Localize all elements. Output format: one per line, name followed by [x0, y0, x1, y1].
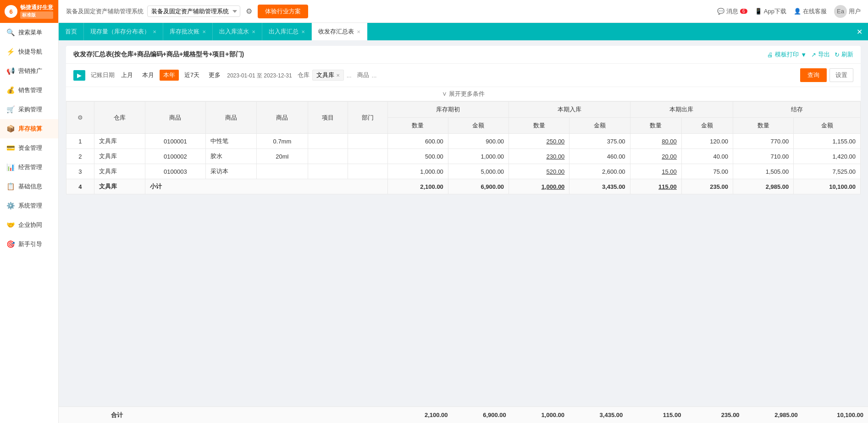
data-table: ⚙ 仓库 商品 商品 商品 项目 部门 库存期初 本期入库 本期出库 结存 数量: [66, 101, 861, 194]
refresh-button[interactable]: ↻ 刷新: [835, 50, 853, 59]
sidebar-logo[interactable]: 6 畅捷通好生意 标准版: [0, 0, 58, 23]
tab-close-4[interactable]: ✕: [301, 29, 305, 34]
export-button[interactable]: ↗ 导出: [811, 50, 830, 59]
date-options-group: 上月 本月 本年 近7天 更多: [117, 70, 224, 81]
th-dept: 部门: [348, 102, 387, 134]
topbar-select[interactable]: 装备及固定资产辅助管理系统: [147, 5, 240, 17]
query-button[interactable]: 查询: [800, 68, 827, 82]
online-service-item[interactable]: 👤 在线客服: [794, 7, 827, 16]
sidebar-item-newbie[interactable]: 🎯新手引导: [0, 235, 58, 254]
row-closing-amt-2: 7,525.00: [794, 164, 861, 179]
tab-close-1[interactable]: ✕: [153, 29, 156, 34]
goods-filter-group: 商品 ...: [357, 71, 377, 79]
total-in-amt: 3,435.00: [569, 408, 627, 423]
tab-item-3[interactable]: 出入库流水✕: [213, 23, 262, 40]
tab-label-2: 库存批次账: [170, 27, 199, 36]
sidebar-item-corp[interactable]: 🤝企业协同: [0, 215, 58, 235]
date-btn-this-year[interactable]: 本年: [160, 70, 179, 81]
sidebar-label-purchase: 采购管理: [18, 105, 42, 114]
row-name-1: 胶水: [206, 149, 257, 164]
message-item[interactable]: 💬 消息 6: [717, 7, 747, 16]
tab-item-5[interactable]: 收发存汇总表✕: [312, 23, 367, 40]
sidebar-item-inventory[interactable]: 📦库存核算: [0, 119, 58, 138]
row-in-qty-0[interactable]: 250.00: [509, 134, 569, 149]
subtotal-row: 4 文具库 小计 2,100.00 6,900.00 1,000.00 3,43…: [66, 179, 861, 194]
table-row: 3 文具库 0100003 采访本 1,000.00 5,000.00 520.…: [66, 164, 861, 179]
sidebar-item-quick[interactable]: ⚡快捷导航: [0, 42, 58, 61]
date-btn-last-month[interactable]: 上月: [117, 70, 137, 81]
export-icon: ↗: [811, 51, 816, 58]
total-table: 合计 2,100.00 6,900.00 1,000.00 3,435.00 1…: [59, 408, 868, 423]
row-dept-2: [348, 164, 387, 179]
tab-item-0[interactable]: 首页: [59, 23, 84, 40]
sidebar-label-marketing: 营销推广: [18, 67, 42, 75]
total-label: 合计: [88, 408, 146, 423]
sidebar-item-search[interactable]: 🔍搜索菜单: [0, 23, 58, 42]
date-btn-this-month[interactable]: 本月: [138, 70, 158, 81]
row-opening-amt-2: 5,000.00: [448, 164, 509, 179]
total-empty-6: [350, 408, 394, 423]
sidebar-item-finance[interactable]: 💳资金管理: [0, 138, 58, 158]
sidebar-item-sales[interactable]: 💰销售管理: [0, 81, 58, 100]
date-btn-more[interactable]: 更多: [205, 70, 224, 81]
sidebar-item-operation[interactable]: 📊经营管理: [0, 158, 58, 177]
row-opening-amt-0: 900.00: [448, 134, 509, 149]
tab-item-1[interactable]: 现存量（库存分布表）✕: [84, 23, 163, 40]
total-empty-4: [263, 408, 306, 423]
tab-close-2[interactable]: ✕: [202, 29, 206, 34]
phone-icon: 📱: [755, 8, 762, 15]
row-in-qty-2[interactable]: 520.00: [509, 164, 569, 179]
sidebar-label-finance: 资金管理: [18, 144, 42, 152]
sidebar-item-purchase[interactable]: 🛒采购管理: [0, 100, 58, 119]
sidebar-label-quick: 快捷导航: [18, 48, 42, 56]
settings-button[interactable]: 设置: [829, 68, 853, 82]
row-out-qty-0[interactable]: 80.00: [630, 134, 681, 149]
warehouse-tag-close[interactable]: ✕: [336, 73, 340, 78]
row-warehouse-2: 文具库: [94, 164, 145, 179]
row-name-0: 中性笔: [206, 134, 257, 149]
corp-icon: 🤝: [6, 221, 15, 229]
goods-ellipsis[interactable]: ...: [372, 72, 377, 79]
table-gear-header[interactable]: ⚙: [66, 102, 94, 134]
tab-item-2[interactable]: 库存批次账✕: [163, 23, 213, 40]
tab-label-4: 出入库汇总: [269, 27, 299, 36]
row-opening-qty-1: 500.00: [387, 149, 448, 164]
row-out-qty-1[interactable]: 20.00: [630, 149, 681, 164]
tabbar-close-all[interactable]: ✕: [851, 23, 868, 40]
tab-item-4[interactable]: 出入库汇总✕: [262, 23, 312, 40]
row-warehouse-1: 文具库: [94, 149, 145, 164]
warehouse-tag[interactable]: 文具库 ✕: [312, 70, 344, 81]
trial-button[interactable]: 体验行业方案: [258, 5, 308, 18]
date-btn-7days[interactable]: 近7天: [181, 70, 203, 81]
filter-expand-button[interactable]: ▶: [73, 70, 85, 81]
row-out-qty-2[interactable]: 15.00: [630, 164, 681, 179]
sidebar-item-system[interactable]: ⚙️系统管理: [0, 196, 58, 215]
sidebar-label-search: 搜索菜单: [18, 28, 42, 37]
sidebar-label-inventory: 库存核算: [18, 125, 42, 133]
row-project-0: [308, 134, 348, 149]
app-download-item[interactable]: 📱 App下载: [755, 7, 786, 16]
warehouse-ellipsis[interactable]: ...: [347, 72, 352, 79]
sidebar-label-operation: 经营管理: [18, 163, 42, 171]
row-closing-qty-0: 770.00: [733, 134, 794, 149]
page-header: 收发存汇总表(按仓库+商品编码+商品+规格型号+项目+部门) 🖨 模板打印 ▼ …: [66, 46, 861, 64]
tab-close-5[interactable]: ✕: [357, 29, 360, 34]
row-spec-2: [256, 164, 308, 179]
th-in-amt: 金额: [569, 118, 630, 134]
sidebar-item-basic[interactable]: 📋基础信息: [0, 177, 58, 196]
print-button[interactable]: 🖨 模板打印 ▼: [767, 50, 807, 59]
subtotal-label: 小计: [145, 179, 387, 194]
expand-more-row[interactable]: ∨ 展开更多条件: [66, 87, 861, 101]
message-icon: 💬: [717, 8, 724, 15]
row-code-1: 0100002: [145, 149, 205, 164]
gear-icon[interactable]: ⚙: [244, 5, 254, 17]
th-name: 商品: [206, 102, 257, 134]
user-item[interactable]: Ea 用户: [834, 5, 861, 18]
sidebar-item-marketing[interactable]: 📢营销推广: [0, 61, 58, 81]
row-in-qty-1[interactable]: 230.00: [509, 149, 569, 164]
th-opening-qty: 数量: [387, 118, 448, 134]
row-code-0: 0100001: [145, 134, 205, 149]
row-out-amt-0: 120.00: [681, 134, 733, 149]
tab-label-5: 收发存汇总表: [318, 27, 354, 36]
tab-close-3[interactable]: ✕: [252, 29, 255, 34]
